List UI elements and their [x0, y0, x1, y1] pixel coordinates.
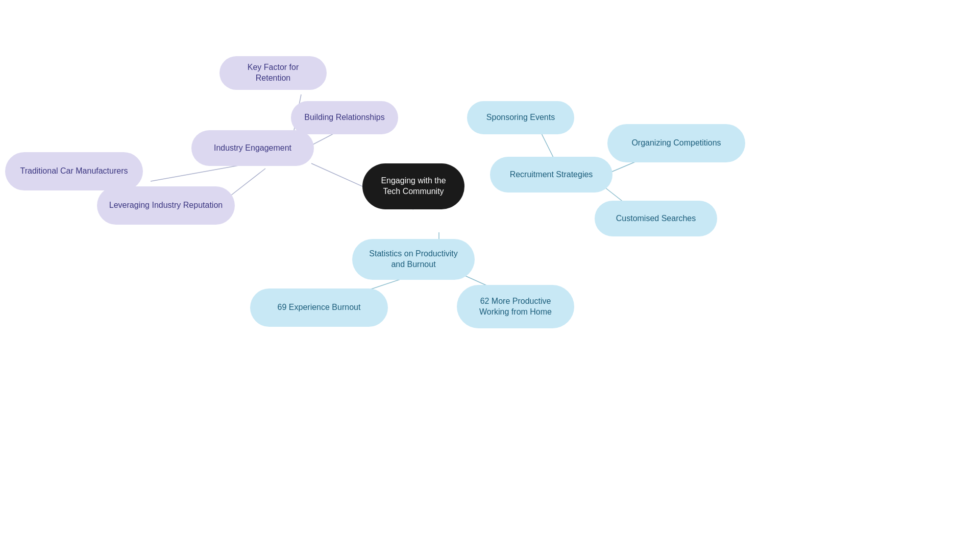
- industry-engagement-node[interactable]: Industry Engagement: [191, 130, 314, 166]
- sponsoring-events-node[interactable]: Sponsoring Events: [467, 101, 574, 134]
- svg-line-3: [151, 163, 250, 181]
- organizing-competitions-node[interactable]: Organizing Competitions: [607, 124, 745, 162]
- customised-searches-label: Customised Searches: [616, 213, 696, 224]
- recruitment-strategies-label: Recruitment Strategies: [510, 170, 593, 180]
- recruitment-strategies-node[interactable]: Recruitment Strategies: [490, 157, 612, 193]
- leveraging-label: Leveraging Industry Reputation: [109, 200, 223, 211]
- statistics-node[interactable]: Statistics on Productivity and Burnout: [352, 239, 475, 280]
- leveraging-node[interactable]: Leveraging Industry Reputation: [97, 186, 235, 225]
- building-relationships-label: Building Relationships: [304, 112, 384, 123]
- building-relationships-node[interactable]: Building Relationships: [291, 101, 398, 134]
- burnout-label: 69 Experience Burnout: [278, 302, 361, 313]
- statistics-label: Statistics on Productivity and Burnout: [362, 249, 464, 270]
- customised-searches-node[interactable]: Customised Searches: [595, 201, 717, 236]
- organizing-competitions-label: Organizing Competitions: [631, 138, 721, 149]
- key-factor-label: Key Factor for Retention: [230, 62, 316, 84]
- sponsoring-events-label: Sponsoring Events: [486, 112, 555, 123]
- traditional-car-node[interactable]: Traditional Car Manufacturers: [5, 152, 143, 190]
- center-node[interactable]: Engaging with the Tech Community: [362, 163, 464, 209]
- industry-engagement-label: Industry Engagement: [214, 143, 291, 154]
- productive-label: 62 More Productive Working from Home: [467, 296, 564, 318]
- center-node-label: Engaging with the Tech Community: [373, 176, 454, 197]
- burnout-node[interactable]: 69 Experience Burnout: [250, 288, 388, 327]
- traditional-car-label: Traditional Car Manufacturers: [20, 166, 128, 177]
- key-factor-node[interactable]: Key Factor for Retention: [219, 56, 327, 90]
- productive-node[interactable]: 62 More Productive Working from Home: [457, 285, 574, 328]
